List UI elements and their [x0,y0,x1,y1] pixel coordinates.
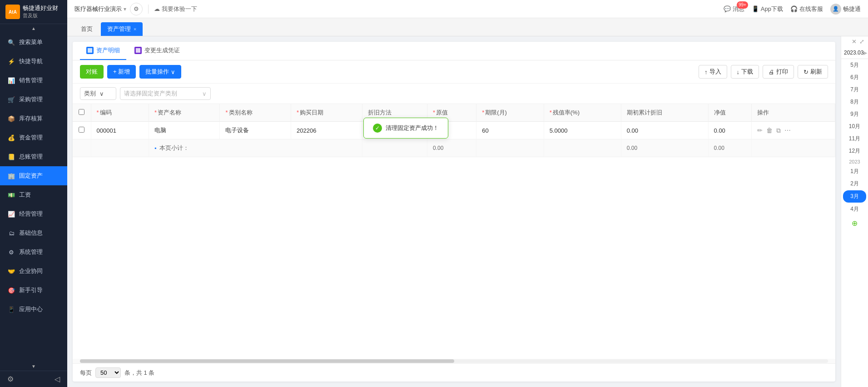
sub-tab-asset-detail[interactable]: 资产明细 [80,42,126,60]
sidebar-scroll-up[interactable]: ▲ [0,24,67,33]
user-menu[interactable]: 👤 畅捷通 [830,4,861,15]
sidebar-item-label: 新手引导 [19,286,43,294]
cell-net-value: 0.00 [708,122,751,139]
input-chevron-icon: ∨ [202,90,207,97]
timeline-month-4[interactable]: 4月 [841,203,868,215]
new-btn[interactable]: + 新增 [107,65,136,79]
sidebar-item-assets[interactable]: 🏢 固定资产 [0,166,67,185]
experience-label: 我要体验一下 [162,5,197,13]
sidebar-item-label: 库存核算 [19,114,43,123]
sidebar-item-system[interactable]: ⚙ 系统管理 [0,243,67,262]
sidebar-item-guide[interactable]: 🎯 新手引导 [0,281,67,300]
subtotal-original: 0.00 [427,139,476,157]
settings-btn[interactable]: ⚙ [7,375,14,383]
finance-icon: 💰 [7,134,15,142]
timeline-month-11[interactable]: 11月 [841,133,868,145]
sidebar-item-base[interactable]: 🗂 基础信息 [0,223,67,243]
enterprise-icon: 🤝 [7,267,15,275]
reconcile-btn[interactable]: 对账 [80,65,104,79]
experience-btn[interactable]: ☁ 我要体验一下 [154,5,197,13]
batch-chevron-icon: ∨ [171,69,175,75]
company-name: 医疗器械行业演示 [74,5,122,13]
download-btn[interactable]: ↓ 下载 [731,65,759,79]
toolbar: 对账 + 新增 批量操作 ∨ ↑ 导入 [73,60,835,84]
timeline-month-7[interactable]: 7月 [841,84,868,96]
copy-icon[interactable]: ⧉ [776,127,781,134]
sidebar-item-search[interactable]: 🔍 搜索菜单 [0,33,67,52]
refresh-btn[interactable]: ↻ 刷新 [798,65,828,79]
sub-tab-label: 资产明细 [96,46,120,55]
base-icon: 🗂 [7,229,15,237]
select-all-checkbox[interactable] [79,109,84,115]
batch-ops-btn[interactable]: 批量操作 ∨ [139,65,181,79]
timeline-month-5[interactable]: 5月 [841,59,868,71]
cell-name: 电脑 [149,122,220,139]
sidebar-item-operations[interactable]: 📈 经营管理 [0,204,67,223]
sidebar-item-inventory[interactable]: 📦 库存核算 [0,109,67,128]
tab-asset-management[interactable]: 资产管理 × [101,22,143,36]
timeline-month-12[interactable]: 12月 [841,145,868,157]
svg-rect-1 [136,48,140,53]
scroll-thumb[interactable] [80,359,454,363]
timeline-expand-months[interactable]: ⊕ [841,215,868,231]
cell-category: 电子设备 [220,122,291,139]
category-filter[interactable]: 类别 ∨ [80,87,116,100]
logo-sub: 普及版 [23,12,58,19]
sub-tabs: 资产明细 变更生成凭证 [73,42,835,60]
timeline-month-1[interactable]: 1月 [841,165,868,178]
salary-icon: 💵 [7,191,15,199]
sidebar-item-enterprise[interactable]: 🤝 企业协同 [0,262,67,281]
edit-icon[interactable]: ✏ [757,127,763,134]
timeline-month-3-active[interactable]: 3月 [843,190,866,203]
th-purchase-date: *购买日期 [291,104,362,122]
sidebar-item-finance[interactable]: 💰 资金管理 [0,128,67,147]
sidebar-item-purchase[interactable]: 🛒 采购管理 [0,90,67,109]
tab-home[interactable]: 首页 [74,22,99,36]
row-checkbox[interactable] [79,127,84,133]
sidebar-scroll-down[interactable]: ▼ [0,362,67,371]
category-input[interactable]: 请选择固定资产类别 ∨ [120,87,211,100]
sidebar-item-sales[interactable]: 📊 销售管理 [0,71,67,90]
timeline-month-8[interactable]: 8月 [841,96,868,108]
toast-message: 清理固定资产成功！ [386,124,439,132]
per-page-select[interactable]: 50 100 [95,367,121,378]
import-btn[interactable]: ↑ 导入 [699,65,727,79]
logo-icon: AtA [5,5,20,19]
topbar: 医疗器械行业演示 ▾ ⚙ ☁ 我要体验一下 💬 消息 99+ 📱 App下载 [67,0,868,18]
sub-tab-change-voucher[interactable]: 变更生成凭证 [128,42,186,60]
topbar-settings-btn[interactable]: ⚙ [130,3,143,15]
timeline-months: 5月 6月 7月 8月 9月 10月 11月 12月 2023 1月 2月 3月… [841,59,868,387]
delete-icon[interactable]: 🗑 [766,127,773,134]
company-selector[interactable]: 医疗器械行业演示 ▾ [74,5,126,13]
inner-card: 资产明细 变更生成凭证 对账 [73,42,835,382]
message-btn[interactable]: 💬 消息 99+ [724,5,744,13]
app-download-btn[interactable]: 📱 App下载 [752,5,783,13]
subtotal-empty4 [476,139,544,157]
tabs-bar: 首页 资产管理 × [67,18,868,36]
timeline-month-6[interactable]: 6月 [841,71,868,84]
timeline-close-btn[interactable]: ✕ [852,38,857,45]
customer-service-btn[interactable]: 🎧 在线客服 [790,5,823,13]
sidebar-item-appstore[interactable]: 📱 应用中心 [0,300,67,319]
sidebar-item-label: 经营管理 [19,210,43,218]
user-label: 畅捷通 [843,5,861,13]
timeline-expand-btn[interactable]: ⤢ [859,38,864,45]
more-icon[interactable]: ⋯ [784,127,791,134]
timeline-year-display: 2023.03 [844,50,863,56]
sidebar-item-quicknav[interactable]: ⚡ 快捷导航 [0,52,67,71]
timeline-month-9[interactable]: 9月 [841,108,868,120]
sidebar-item-ledger[interactable]: 📒 总账管理 [0,147,67,166]
collapse-sidebar-btn[interactable]: ◁ [55,375,60,383]
th-name: *资产名称 [149,104,220,122]
sidebar-bottom: ⚙ ◁ [0,371,67,387]
service-icon: 🎧 [790,5,798,12]
table-header-row: *编码 *资产名称 *类别名称 *购买日期 折旧方法 *原值 *期限(月) *残… [73,104,835,122]
timeline-month-10[interactable]: 10月 [841,120,868,133]
cell-purchase-date: 202206 [291,122,362,139]
print-btn[interactable]: 🖨 打印 [763,65,794,79]
timeline-month-2[interactable]: 2月 [841,178,868,190]
tab-close-icon[interactable]: × [134,26,136,32]
sub-tab-label: 变更生成凭证 [144,46,180,55]
sidebar-item-salary[interactable]: 💵 工资 [0,185,67,204]
settings-icon: ⚙ [134,5,139,12]
